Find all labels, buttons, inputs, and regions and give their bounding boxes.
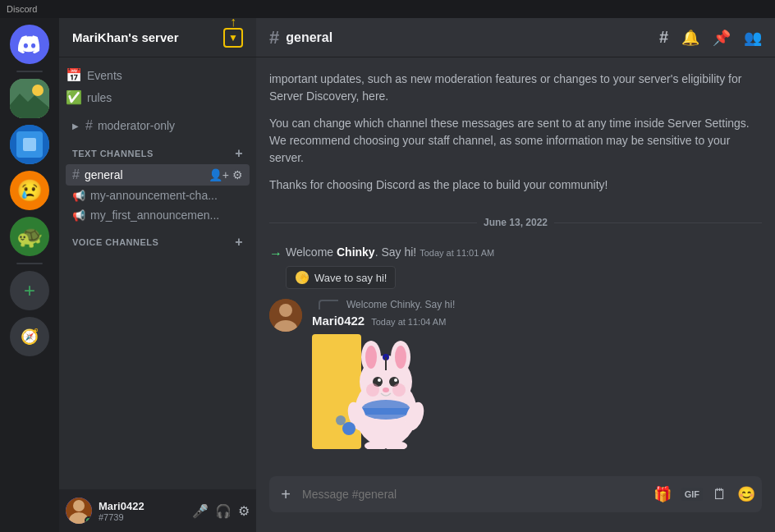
svg-point-23 bbox=[378, 378, 381, 382]
user-settings-icon[interactable]: ⚙ bbox=[238, 503, 250, 519]
channel-name-announce1: my-announcement-cha... bbox=[90, 189, 243, 202]
message-avatar bbox=[269, 299, 302, 332]
user-tag: #7739 bbox=[99, 512, 186, 522]
mic-icon[interactable]: 🎤 bbox=[192, 503, 209, 519]
message-input[interactable] bbox=[302, 488, 647, 501]
date-line-left bbox=[269, 222, 477, 223]
svg-point-20 bbox=[395, 346, 406, 369]
main-content: 😢 🐢 + 🧭 MariKhan's server ▼ ↑ 📅 bbox=[0, 18, 775, 532]
header-left: # general bbox=[269, 27, 332, 48]
header-pin-icon[interactable]: 📌 bbox=[713, 29, 731, 47]
chat-input-icons: 🎁 GIF 🗒 😊 bbox=[653, 485, 755, 503]
server-icon-turtle[interactable]: 🐢 bbox=[10, 217, 49, 256]
server-name: MariKhan's server bbox=[72, 30, 178, 44]
sidebar-footer: Mari0422 #7739 🎤 🎧 ⚙ bbox=[59, 489, 256, 532]
svg-text:👋: 👋 bbox=[299, 273, 310, 283]
welcome-text: Welcome Chinky. Say hi! Today at 11:01 A… bbox=[286, 245, 494, 259]
wave-emoji-icon: 👋 bbox=[295, 270, 310, 285]
chevron-down-icon: ▼ bbox=[228, 32, 238, 44]
server-icon-landscape[interactable] bbox=[10, 79, 49, 118]
system-message-2: You can change which channel these messa… bbox=[269, 115, 762, 167]
date-text: June 13, 2022 bbox=[484, 217, 548, 228]
main-chat: # general # 🔔 📌 👥 important updates, suc… bbox=[256, 18, 775, 532]
events-label: Events bbox=[87, 69, 250, 82]
server-icon-discord[interactable] bbox=[10, 25, 49, 64]
header-right: # 🔔 📌 👥 bbox=[659, 28, 762, 47]
reply-text: Welcome Chinky. Say hi! bbox=[346, 299, 455, 310]
server-dropdown-button[interactable]: ▼ ↑ bbox=[223, 28, 243, 48]
user-controls: 🎤 🎧 ⚙ bbox=[192, 503, 250, 519]
system-message-1: important updates, such as new moderatio… bbox=[269, 71, 762, 105]
events-icon: 📅 bbox=[66, 67, 82, 83]
system-text-1: important updates, such as new moderatio… bbox=[269, 72, 741, 103]
message-timestamp: Today at 11:04 AM bbox=[371, 317, 446, 327]
category-voice-channels: VOICE CHANNELS + bbox=[59, 232, 256, 253]
sticker-svg bbox=[312, 334, 427, 449]
message-avatar-image bbox=[269, 299, 302, 332]
channel-hash-icon: # bbox=[269, 27, 279, 48]
message-reply: Welcome Chinky. Say hi! bbox=[312, 299, 762, 310]
welcome-content: Welcome Chinky. Say hi! Today at 11:01 A… bbox=[286, 245, 494, 289]
channel-item-general[interactable]: # general 👤+ ⚙ bbox=[66, 164, 250, 186]
moderator-channel-item[interactable]: ▶ # moderator-only bbox=[66, 115, 250, 136]
megaphone-icon-1: 📢 bbox=[72, 190, 85, 202]
voice-channels-add-button[interactable]: + bbox=[235, 235, 243, 250]
date-divider: June 13, 2022 bbox=[269, 217, 762, 228]
header-hashtag-icon[interactable]: # bbox=[659, 28, 668, 47]
message-header: Mari0422 Today at 11:04 AM bbox=[312, 314, 762, 328]
svg-rect-31 bbox=[361, 408, 410, 415]
sidebar-item-events[interactable]: 📅 Events bbox=[59, 64, 256, 86]
voice-channels-header[interactable]: VOICE CHANNELS + bbox=[66, 232, 250, 253]
wave-button-label: Wave to say hi! bbox=[314, 272, 387, 284]
channel-name-announce2: my_first_announcemen... bbox=[90, 209, 243, 222]
server-icon-blue[interactable] bbox=[10, 125, 49, 164]
headphones-icon[interactable]: 🎧 bbox=[215, 503, 232, 519]
message-body: Welcome Chinky. Say hi! Mari0422 Today a… bbox=[312, 299, 762, 449]
discord-logo-icon bbox=[18, 35, 41, 53]
rules-label: rules bbox=[87, 91, 250, 104]
header-members-icon[interactable]: 👥 bbox=[744, 29, 762, 47]
server-divider-2 bbox=[16, 263, 43, 264]
category-text-channels: TEXT CHANNELS + # general 👤+ ⚙ 📢 my-an bbox=[59, 143, 256, 225]
channel-item-announce1[interactable]: 📢 my-announcement-cha... bbox=[66, 186, 250, 205]
date-line-right bbox=[554, 222, 762, 223]
svg-point-35 bbox=[336, 415, 346, 425]
add-file-button[interactable]: + bbox=[276, 484, 296, 504]
sidebar-header[interactable]: MariKhan's server ▼ ↑ bbox=[59, 18, 256, 57]
invite-icon[interactable]: 👤+ bbox=[209, 168, 229, 181]
blue-server-avatar bbox=[10, 125, 49, 164]
emoji-button[interactable]: 😊 bbox=[737, 485, 755, 503]
username: Mari0422 bbox=[99, 500, 186, 512]
user-message-block: Welcome Chinky. Say hi! Mari0422 Today a… bbox=[269, 299, 762, 449]
titlebar-text: Discord bbox=[7, 4, 37, 14]
text-channels-header[interactable]: TEXT CHANNELS + bbox=[66, 143, 250, 164]
wave-button[interactable]: 👋 Wave to say hi! bbox=[286, 266, 396, 289]
text-channels-add-button[interactable]: + bbox=[235, 146, 243, 161]
svg-point-25 bbox=[383, 388, 389, 392]
header-bell-icon[interactable]: 🔔 bbox=[681, 29, 699, 47]
server-add-button[interactable]: + bbox=[10, 271, 49, 310]
svg-point-24 bbox=[394, 378, 397, 382]
user-avatar bbox=[66, 498, 92, 524]
text-channels-label: TEXT CHANNELS bbox=[72, 149, 154, 158]
welcome-arrow-icon: → bbox=[269, 246, 282, 261]
landscape-server-avatar bbox=[10, 79, 49, 118]
sticker-button[interactable]: 🗒 bbox=[713, 486, 727, 503]
settings-icon[interactable]: ⚙ bbox=[232, 168, 243, 181]
welcome-timestamp: Today at 11:01 AM bbox=[420, 248, 494, 258]
sidebar-item-rules[interactable]: ✅ rules bbox=[59, 86, 256, 108]
arrow-up-icon: ↑ bbox=[230, 18, 236, 30]
channel-actions: 👤+ ⚙ bbox=[209, 168, 243, 181]
svg-point-12 bbox=[279, 304, 292, 317]
server-icon-emoji[interactable]: 😢 bbox=[10, 171, 49, 210]
channel-item-announce2[interactable]: 📢 my_first_announcemen... bbox=[66, 205, 250, 225]
system-message-3: Thanks for choosing Discord as the place… bbox=[269, 177, 762, 194]
gift-icon[interactable]: 🎁 bbox=[653, 485, 672, 503]
server-explore-button[interactable]: 🧭 bbox=[10, 317, 49, 356]
hash-icon-general: # bbox=[72, 167, 80, 182]
rules-icon: ✅ bbox=[66, 89, 82, 105]
moderator-hash-icon: # bbox=[85, 118, 93, 133]
channel-name-general: general bbox=[85, 168, 204, 181]
messages-list: important updates, such as new moderatio… bbox=[256, 57, 775, 476]
gif-button[interactable]: GIF bbox=[681, 488, 703, 501]
